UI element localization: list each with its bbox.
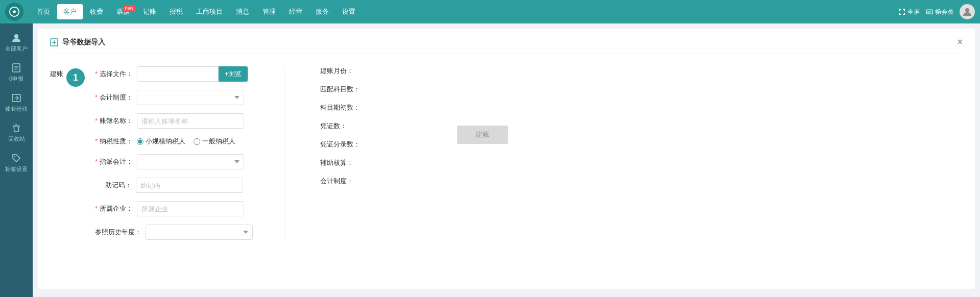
nav-home[interactable]: 首页 <box>31 4 56 19</box>
build-label: 建账 <box>50 69 63 79</box>
nav-message[interactable]: 消息 <box>230 4 255 19</box>
history-year-label: 参照历史年度： <box>95 228 141 237</box>
voucher-entries-label: 凭证分录数： <box>320 140 361 149</box>
ledger-name-input[interactable] <box>137 113 244 129</box>
member-btn[interactable]: 畅会员 <box>926 8 953 16</box>
panel-title-text: 导爷数据导入 <box>62 38 105 47</box>
svg-point-2 <box>965 8 969 12</box>
voucher-count-label: 凭证数： <box>320 121 361 131</box>
file-label: * 选择文件： <box>95 69 133 79</box>
subject-period-label: 科目期初数： <box>320 103 361 112</box>
file-input-group: +浏览 <box>137 66 248 82</box>
sidebar-label-trash: 回收站 <box>8 135 25 143</box>
svg-point-6 <box>14 156 15 157</box>
match-subjects-row: 匹配科目数： <box>320 85 963 94</box>
accounting-system-info-label: 会计制度： <box>320 177 361 186</box>
tax-nature-label: * 纳税性质： <box>95 137 133 146</box>
form-left: 建账 1 * 选择文件： +浏览 <box>50 66 269 240</box>
accounting-system-select[interactable] <box>137 90 244 105</box>
sidebar-item-trash[interactable]: 回收站 <box>0 118 33 148</box>
sidebar-item-all-customers[interactable]: 全部客户 <box>0 28 33 58</box>
nav-business[interactable]: 工商项目 <box>190 4 229 19</box>
nav-menu: 首页 客户 收费 票据 new 记账 报税 工商项目 消息 管理 经营 服务 设… <box>31 4 898 19</box>
right-middle-section: 凭证数： 凭证分录数： 辅助核算： <box>320 121 963 186</box>
history-year-select[interactable] <box>146 225 253 240</box>
form-section: * 选择文件： +浏览 * 会计制度： <box>95 66 269 240</box>
nav-settings[interactable]: 设置 <box>336 4 362 19</box>
match-subjects-label: 匹配科目数： <box>320 85 361 94</box>
nav-service[interactable]: 服务 <box>309 4 335 19</box>
nav-manage[interactable]: 管理 <box>256 4 282 19</box>
sidebar-label-all-customers: 全部客户 <box>5 45 28 53</box>
sidebar-item-tags[interactable]: 标签设置 <box>0 148 33 178</box>
tax-general-radio[interactable]: 一般纳税人 <box>194 137 235 146</box>
file-row: * 选择文件： +浏览 <box>95 66 269 82</box>
nav-fee[interactable]: 收费 <box>84 4 109 19</box>
ledger-name-row: * 账簿名称： <box>95 113 269 129</box>
memo-code-label: 助记码： <box>95 181 132 190</box>
nav-right: 全屏 畅会员 <box>898 4 975 19</box>
company-row: * 所属企业： <box>95 201 269 216</box>
tax-small-radio[interactable]: 小规模纳税人 <box>137 137 185 146</box>
auxiliary-label: 辅助核算： <box>320 158 361 167</box>
voucher-entries-row: 凭证分录数： <box>320 140 426 149</box>
form-wrapper: 建账 1 * 选择文件： +浏览 <box>50 66 963 240</box>
page-panel: 导爷数据导入 × 建账 1 * 选择文 <box>38 29 975 289</box>
tax-radio-group: 小规模纳税人 一般纳税人 <box>137 137 235 146</box>
sidebar-label-transfer: 账套迁移 <box>5 105 28 113</box>
panel-header: 导爷数据导入 × <box>50 37 963 54</box>
divider <box>284 66 284 240</box>
sidebar-label-zero-report: 0申报 <box>9 75 23 83</box>
nav-operation[interactable]: 经营 <box>283 4 308 19</box>
ledger-name-label: * 账簿名称： <box>95 116 133 126</box>
accounting-system-label: * 会计制度： <box>95 93 133 102</box>
memo-code-row: 助记码： <box>95 178 269 193</box>
company-input[interactable] <box>137 201 244 216</box>
nav-tax[interactable]: 报税 <box>163 4 189 19</box>
info-section: 建账月份： 匹配科目数： 科目期初数： <box>320 66 963 186</box>
build-btn-section: 建账 <box>457 126 508 144</box>
nav-customer[interactable]: 客户 <box>57 4 83 19</box>
subject-period-row: 科目期初数： <box>320 103 963 112</box>
logo[interactable] <box>5 3 23 21</box>
file-input[interactable] <box>137 66 219 82</box>
svg-point-3 <box>14 34 18 38</box>
accountant-select[interactable] <box>137 154 244 169</box>
build-month-row: 建账月份： <box>320 66 963 76</box>
sidebar: 全部客户 0申报 账套迁移 回收站 <box>0 23 33 297</box>
top-navigation: 首页 客户 收费 票据 new 记账 报税 工商项目 消息 管理 经营 服务 设… <box>0 0 980 23</box>
accounting-system-row: * 会计制度： <box>95 90 269 105</box>
main-content: 导爷数据导入 × 建账 1 * 选择文 <box>33 23 980 297</box>
right-col1: 凭证数： 凭证分录数： 辅助核算： <box>320 121 426 186</box>
build-month-label: 建账月份： <box>320 66 361 76</box>
step-badge: 1 <box>66 68 85 87</box>
fullscreen-btn[interactable]: 全屏 <box>898 8 920 16</box>
sidebar-label-tags: 标签设置 <box>5 165 28 173</box>
accounting-system-info-row: 会计制度： <box>320 177 426 186</box>
close-button[interactable]: × <box>957 37 963 47</box>
auxiliary-row: 辅助核算： <box>320 158 426 167</box>
accountant-row: * 指派会计： <box>95 154 269 169</box>
tax-nature-row: * 纳税性质： 小规模纳税人 一般纳税人 <box>95 137 269 146</box>
company-label: * 所属企业： <box>95 204 133 213</box>
sidebar-item-zero-report[interactable]: 0申报 <box>0 58 33 88</box>
memo-code-input[interactable] <box>136 178 243 193</box>
sidebar-item-transfer[interactable]: 账套迁移 <box>0 88 33 118</box>
user-avatar[interactable] <box>960 4 975 19</box>
new-badge: new <box>123 5 135 12</box>
history-year-row: 参照历史年度： <box>95 225 269 240</box>
voucher-count-row: 凭证数： <box>320 121 426 131</box>
main-layout: 全部客户 0申报 账套迁移 回收站 <box>0 23 980 297</box>
accountant-label: * 指派会计： <box>95 157 133 166</box>
form-right: 建账月份： 匹配科目数： 科目期初数： <box>300 66 963 240</box>
nav-invoice[interactable]: 票据 new <box>110 4 136 19</box>
browse-button[interactable]: +浏览 <box>219 66 248 82</box>
build-button[interactable]: 建账 <box>457 126 508 144</box>
nav-bookkeeping[interactable]: 记账 <box>137 4 162 19</box>
